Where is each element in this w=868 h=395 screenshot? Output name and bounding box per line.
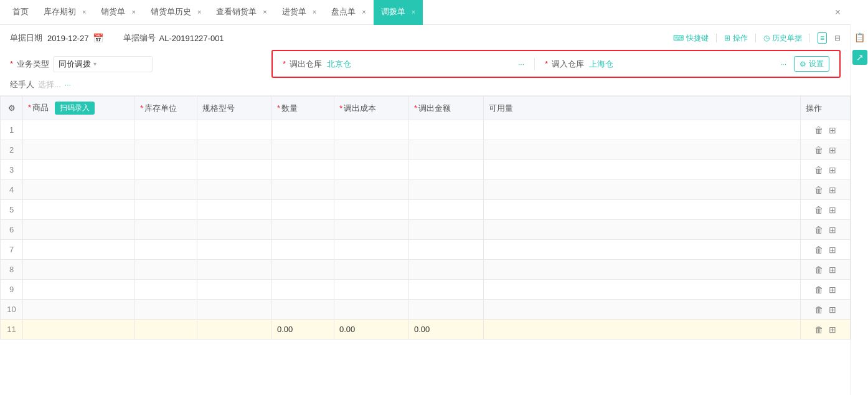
- settings-button[interactable]: ⚙ 设置: [794, 56, 829, 72]
- delete-icon[interactable]: 🗑: [814, 145, 823, 155]
- cell-spec[interactable]: [197, 240, 272, 260]
- tab-view-sales[interactable]: 查看销货单 ×: [209, 0, 274, 25]
- cell-unit[interactable]: [135, 180, 197, 200]
- cell-cost[interactable]: [334, 300, 409, 320]
- cell-spec[interactable]: [197, 180, 272, 200]
- cell-quantity[interactable]: [272, 200, 334, 220]
- cell-spec[interactable]: [197, 280, 272, 300]
- copy-icon[interactable]: ⊞: [829, 305, 836, 315]
- business-type-select[interactable]: 同价调拨 ▾: [53, 56, 153, 72]
- delete-icon-subtotal[interactable]: 🗑: [814, 325, 823, 335]
- delete-icon[interactable]: 🗑: [814, 285, 823, 295]
- cell-product[interactable]: [23, 240, 135, 260]
- tab-close-view-sales[interactable]: ×: [263, 8, 267, 16]
- tab-sales-order[interactable]: 销货单 ×: [93, 0, 143, 25]
- cell-unit[interactable]: [135, 140, 197, 160]
- cell-amount[interactable]: [409, 280, 484, 300]
- cell-product[interactable]: [23, 260, 135, 280]
- copy-icon[interactable]: ⊞: [829, 225, 836, 235]
- cell-quantity[interactable]: [272, 180, 334, 200]
- tab-close-transfer[interactable]: ×: [412, 8, 415, 16]
- copy-icon-subtotal[interactable]: ⊞: [829, 325, 836, 335]
- shortcuts-button[interactable]: ⌨ 快捷键: [673, 33, 709, 44]
- cell-cost[interactable]: [334, 220, 409, 240]
- cell-unit[interactable]: [135, 160, 197, 180]
- cell-amount[interactable]: [409, 120, 484, 140]
- delete-icon[interactable]: 🗑: [814, 265, 823, 275]
- copy-icon[interactable]: ⊞: [829, 125, 836, 135]
- close-all-button[interactable]: ×: [830, 7, 846, 18]
- cell-quantity[interactable]: [272, 260, 334, 280]
- cell-product[interactable]: [23, 180, 135, 200]
- tab-transfer[interactable]: 调拨单 ×: [374, 0, 423, 25]
- handler-select[interactable]: 选择...: [38, 79, 61, 90]
- transfer-in-more-button[interactable]: ···: [780, 60, 786, 69]
- tab-inventory-check[interactable]: 盘点单 ×: [324, 0, 373, 25]
- cell-amount[interactable]: [409, 260, 484, 280]
- tab-close-sales-order[interactable]: ×: [131, 8, 135, 16]
- delete-icon[interactable]: 🗑: [814, 225, 823, 235]
- cell-amount[interactable]: [409, 160, 484, 180]
- cell-unit[interactable]: [135, 240, 197, 260]
- copy-icon[interactable]: ⊞: [829, 245, 836, 255]
- cell-amount[interactable]: [409, 180, 484, 200]
- cell-unit[interactable]: [135, 280, 197, 300]
- cell-spec[interactable]: [197, 220, 272, 240]
- cell-product[interactable]: [23, 160, 135, 180]
- cell-unit[interactable]: [135, 260, 197, 280]
- cell-quantity[interactable]: [272, 140, 334, 160]
- cell-product[interactable]: [23, 280, 135, 300]
- delete-icon[interactable]: 🗑: [814, 205, 823, 215]
- tab-close-inventory-init[interactable]: ×: [82, 8, 86, 16]
- tab-close-inventory-check[interactable]: ×: [362, 8, 366, 16]
- transfer-out-more-button[interactable]: ···: [518, 60, 524, 69]
- cell-spec[interactable]: [197, 260, 272, 280]
- cell-product[interactable]: [23, 300, 135, 320]
- cell-cost[interactable]: [334, 280, 409, 300]
- cell-cost[interactable]: [334, 160, 409, 180]
- cell-cost[interactable]: [334, 240, 409, 260]
- cell-quantity[interactable]: [272, 300, 334, 320]
- cell-product[interactable]: [23, 120, 135, 140]
- cell-spec[interactable]: [197, 300, 272, 320]
- cell-spec[interactable]: [197, 160, 272, 180]
- cell-quantity[interactable]: [272, 160, 334, 180]
- delete-icon[interactable]: 🗑: [814, 245, 823, 255]
- cell-spec[interactable]: [197, 200, 272, 220]
- cell-spec[interactable]: [197, 140, 272, 160]
- cell-cost[interactable]: [334, 260, 409, 280]
- cell-amount[interactable]: [409, 220, 484, 240]
- cell-amount[interactable]: [409, 300, 484, 320]
- cell-spec[interactable]: [197, 120, 272, 140]
- handler-more-button[interactable]: ···: [65, 80, 71, 89]
- sidebar-note-icon[interactable]: 📋: [852, 30, 867, 45]
- grid-view-button[interactable]: ⊟: [834, 34, 841, 42]
- cell-quantity[interactable]: [272, 280, 334, 300]
- cell-unit[interactable]: [135, 200, 197, 220]
- cell-cost[interactable]: [334, 120, 409, 140]
- copy-icon[interactable]: ⊞: [829, 285, 836, 295]
- cell-unit[interactable]: [135, 220, 197, 240]
- tab-purchase-order[interactable]: 进货单 ×: [275, 0, 324, 25]
- sidebar-export-icon[interactable]: ↗: [852, 50, 867, 65]
- delete-icon[interactable]: 🗑: [814, 165, 823, 175]
- cell-product[interactable]: [23, 200, 135, 220]
- cell-unit[interactable]: [135, 300, 197, 320]
- cell-product[interactable]: [23, 140, 135, 160]
- tab-sales-history[interactable]: 销货单历史 ×: [143, 0, 209, 25]
- cell-amount[interactable]: [409, 240, 484, 260]
- delete-icon[interactable]: 🗑: [814, 185, 823, 195]
- copy-icon[interactable]: ⊞: [829, 165, 836, 175]
- copy-icon[interactable]: ⊞: [829, 185, 836, 195]
- cell-cost[interactable]: [334, 140, 409, 160]
- cell-quantity[interactable]: [272, 240, 334, 260]
- list-view-button[interactable]: ≡: [818, 32, 827, 44]
- tab-close-sales-history[interactable]: ×: [197, 8, 201, 16]
- cell-cost[interactable]: [334, 200, 409, 220]
- cell-quantity[interactable]: [272, 120, 334, 140]
- copy-icon[interactable]: ⊞: [829, 205, 836, 215]
- copy-icon[interactable]: ⊞: [829, 145, 836, 155]
- cell-amount[interactable]: [409, 140, 484, 160]
- copy-icon[interactable]: ⊞: [829, 265, 836, 275]
- col-gear[interactable]: ⚙: [1, 97, 23, 120]
